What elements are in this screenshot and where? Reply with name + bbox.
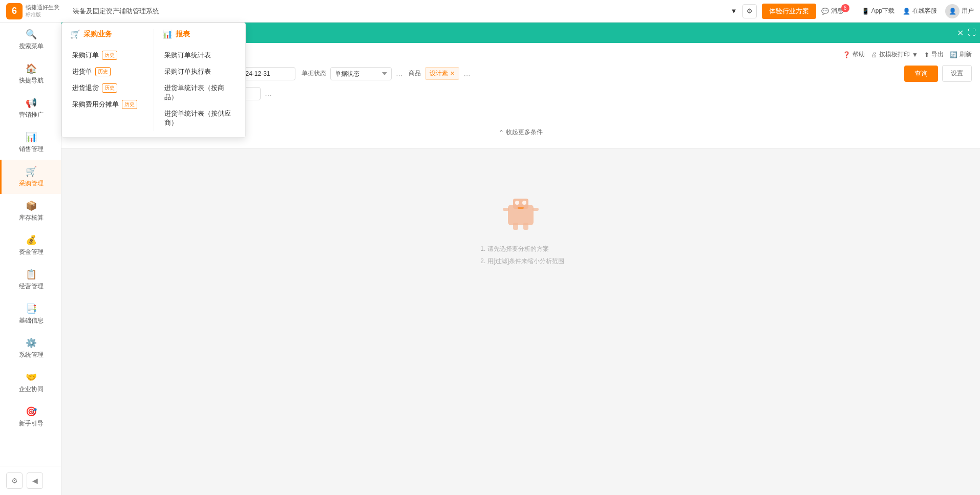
sidebar-label-enterprise: 企业协同 — [19, 385, 44, 394]
query-btn[interactable]: 查询 — [904, 66, 938, 82]
purchase-dropdown-overlay: 🛒 采购业务 采购订单 历史 进货单 历史 进货退货 历史 采购费用分摊单 历史 — [61, 23, 246, 138]
purchase-section-icon: 🛒 — [70, 29, 80, 39]
menu-item-incoming-return[interactable]: 进货退货 历史 — [70, 80, 145, 96]
sidebar-label-operations: 经营管理 — [19, 282, 44, 291]
menu-item-purchase-expense[interactable]: 采购费用分摊单 历史 — [70, 96, 145, 113]
tab-close-window-icon[interactable]: ✕ — [957, 28, 964, 38]
sidebar-item-system[interactable]: ⚙️ 系统管理 — [0, 331, 61, 365]
menu-item-incoming-stats-supplier-label: 进货单统计表（按供应商） — [164, 109, 236, 127]
sidebar-item-base-info[interactable]: 📑 基础信息 — [0, 297, 61, 331]
menu-item-incoming-stats-supplier[interactable]: 进货单统计表（按供应商） — [162, 105, 238, 131]
empty-illustration — [495, 189, 546, 230]
sidebar-item-sales[interactable]: 📊 销售管理 — [0, 125, 61, 160]
sidebar-collapse-btn[interactable]: ◀ — [27, 472, 43, 489]
svg-rect-8 — [523, 223, 528, 230]
action-btns: 查询 设置 — [904, 65, 972, 82]
sidebar-label-purchase: 采购管理 — [19, 179, 44, 188]
refresh-icon: 🔄 — [950, 51, 957, 58]
print-label: 按模板打印 — [879, 50, 910, 59]
online-service-btn[interactable]: 👤 在线客服 — [903, 7, 937, 15]
industry-btn[interactable]: 体验行业方案 — [762, 4, 816, 19]
base-info-icon: 📑 — [26, 303, 37, 314]
sidebar-label-finance: 资金管理 — [19, 248, 44, 256]
sidebar-footer: ⚙ ◀ — [0, 466, 61, 495]
status-select[interactable]: 单据状态 — [330, 67, 392, 80]
purchase-section-label: 采购业务 — [83, 30, 112, 39]
tab-maximize-icon[interactable]: ⛶ — [968, 28, 976, 37]
export-btn[interactable]: ⬆ 导出 — [924, 50, 944, 59]
goods-tag-text: 设计素 — [430, 69, 448, 78]
settings-icon-btn[interactable]: ⚙ — [742, 4, 757, 18]
topbar: 6 畅捷通好生意 标准版 装备及固定资产辅助管理系统 ▼ ⚙ 体验行业方案 💬 … — [0, 0, 980, 23]
help-label: 帮助 — [853, 50, 865, 59]
svg-rect-4 — [518, 207, 524, 209]
guide-icon: 🎯 — [26, 406, 37, 417]
purchase-section-title: 🛒 采购业务 — [70, 29, 145, 42]
empty-hint-1: 请先选择要分析的方案 — [487, 243, 565, 255]
report-section-title: 📊 报表 — [162, 29, 238, 42]
goods-label: 商品 — [409, 69, 421, 78]
sidebar-item-finance[interactable]: 💰 资金管理 — [0, 228, 61, 263]
brand-name: 畅捷通好生意 — [26, 4, 59, 11]
print-btn[interactable]: 🖨 按模板打印 ▼ — [871, 50, 918, 59]
sidebar-item-enterprise[interactable]: 🤝 企业协同 — [0, 365, 61, 400]
status-label: 单据状态 — [302, 69, 326, 78]
status-ellipsis[interactable]: ... — [396, 69, 402, 78]
menu-item-incoming-stats-goods[interactable]: 进货单统计表（按商品） — [162, 80, 238, 105]
menu-item-po-stats[interactable]: 采购订单统计表 — [162, 47, 238, 63]
user-btn[interactable]: 👤 用户 — [945, 4, 974, 18]
report-section-label: 报表 — [176, 30, 190, 39]
menu-item-po-execution[interactable]: 采购订单执行表 — [162, 63, 238, 80]
system-dropdown-arrow[interactable]: ▼ — [731, 7, 737, 15]
goods-ellipsis[interactable]: ... — [463, 69, 470, 78]
brand-text: 畅捷通好生意 标准版 — [26, 4, 59, 18]
empty-hints-list: 请先选择要分析的方案 用[过滤]条件来缩小分析范围 — [477, 243, 565, 267]
message-btn[interactable]: 💬 消息 6 — [821, 7, 854, 15]
menu-item-po-execution-label: 采购订单执行表 — [164, 67, 211, 76]
settings-small-btn[interactable]: 设置 — [942, 65, 972, 82]
sidebar-settings-btn[interactable]: ⚙ — [6, 472, 23, 489]
phone-icon: 📱 — [862, 8, 869, 15]
system-icon: ⚙️ — [26, 337, 37, 349]
sidebar-label-guide: 新手引导 — [19, 419, 44, 428]
sidebar-item-operations[interactable]: 📋 经营管理 — [0, 263, 61, 297]
menu-item-incoming[interactable]: 进货单 历史 — [70, 63, 145, 80]
empty-hint-2: 用[过滤]条件来缩小分析范围 — [487, 255, 565, 267]
inventory-icon: 📦 — [26, 200, 37, 211]
menu-item-purchase-expense-label: 采购费用分摊单 — [72, 100, 119, 109]
sidebar-item-search[interactable]: 🔍 搜索菜单 — [0, 23, 61, 57]
sidebar-item-marketing[interactable]: 📢 营销推广 — [0, 91, 61, 125]
sidebar-item-guide[interactable]: 🎯 新手引导 — [0, 400, 61, 434]
brand-edition: 标准版 — [26, 11, 59, 18]
svg-rect-6 — [532, 208, 539, 211]
help-icon: ❓ — [843, 51, 850, 58]
menu-item-po-stats-label: 采购订单统计表 — [164, 51, 211, 60]
svg-rect-7 — [513, 223, 518, 230]
sidebar-label-system: 系统管理 — [19, 351, 44, 359]
online-service-label: 在线客服 — [912, 7, 937, 15]
sidebar-item-inventory[interactable]: 📦 库存核算 — [0, 194, 61, 228]
goods-tag-remove[interactable]: ✕ — [450, 70, 455, 77]
app-download-btn[interactable]: 📱 App下载 — [862, 7, 894, 15]
system-title-text: 装备及固定资产辅助管理系统 — [73, 7, 726, 16]
marketing-icon: 📢 — [26, 97, 37, 109]
sidebar: 🔍 搜索菜单 🏠 快捷导航 📢 营销推广 📊 销售管理 🛒 采购管理 📦 库存核… — [0, 23, 61, 495]
report-section-icon: 📊 — [162, 29, 173, 39]
svg-point-2 — [515, 201, 519, 205]
goods-filter-group: 商品 设计素 ✕ ... — [409, 67, 470, 80]
service-icon: 👤 — [903, 8, 910, 15]
history-badge-4: 历史 — [122, 100, 137, 109]
sidebar-item-purchase[interactable]: 🛒 采购管理 — [0, 160, 61, 194]
user-label: 用户 — [962, 7, 974, 15]
print-dropdown-icon[interactable]: ▼ — [912, 51, 918, 58]
menu-item-purchase-order[interactable]: 采购订单 历史 — [70, 47, 145, 63]
user-avatar: 👤 — [945, 4, 960, 18]
history-badge-3: 历史 — [102, 83, 117, 93]
staff-ellipsis[interactable]: ... — [265, 89, 271, 98]
refresh-btn[interactable]: 🔄 刷新 — [950, 50, 972, 59]
help-btn[interactable]: ❓ 帮助 — [843, 50, 865, 59]
print-icon: 🖨 — [871, 51, 877, 58]
menu-item-incoming-label: 进货单 — [72, 67, 92, 76]
sidebar-label-sales: 销售管理 — [19, 145, 44, 154]
sidebar-item-quick-nav[interactable]: 🏠 快捷导航 — [0, 57, 61, 91]
